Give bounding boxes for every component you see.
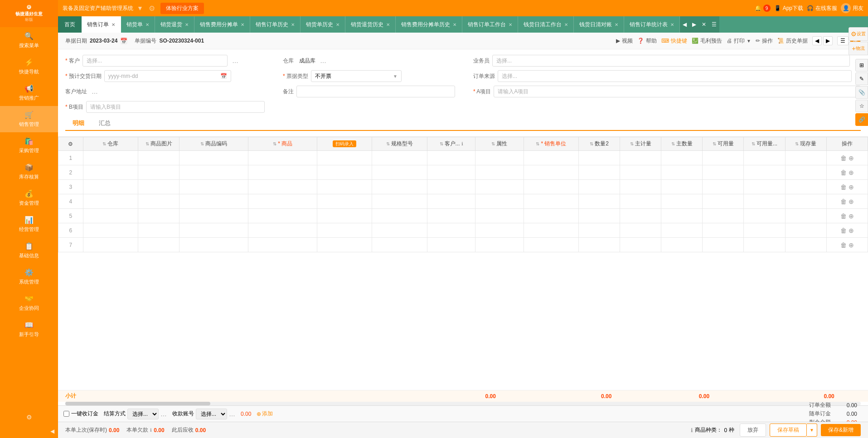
remark-input[interactable] (296, 86, 455, 97)
right-panel-star-icon[interactable]: ☆ (855, 100, 868, 112)
row-1-avail2[interactable] (744, 151, 785, 165)
row-1-unit[interactable] (524, 151, 578, 165)
row-6-delete-icon[interactable]: 🗑 (840, 227, 847, 234)
row-1-warehouse[interactable] (83, 151, 138, 165)
tab-order-workbench-close[interactable]: ✕ (509, 22, 512, 27)
tab-sales-invoice-close[interactable]: ✕ (145, 22, 149, 27)
col-header-avail2[interactable]: ⇅ 可用量... (744, 137, 785, 151)
tab-sales-invoice-history[interactable]: 销货单历史 ✕ (301, 16, 345, 33)
row-1-attr[interactable] (475, 151, 524, 165)
sidebar-item-guide[interactable]: 📖 新手引导 (0, 316, 58, 342)
tab-sales-order-history[interactable]: 销售订单历史 ✕ (250, 16, 301, 33)
history-doc-btn[interactable]: 📜 历史单据 (777, 37, 808, 45)
print-btn[interactable]: 🖨 打印 ▼ (727, 37, 751, 45)
col-header-avail[interactable]: ⇅ 可用量 (703, 137, 744, 151)
delivery-date-input[interactable]: yyyy-mm-dd 📅 (104, 70, 231, 82)
ticket-type-select[interactable]: 不开票 ▼ (311, 70, 402, 82)
row-2-delete-icon[interactable]: 🗑 (840, 169, 847, 176)
payment-more-icon[interactable]: … (160, 410, 167, 418)
row-4-delete-icon[interactable]: 🗑 (840, 198, 847, 205)
sidebar-collapse-btn[interactable]: ◀ (0, 424, 58, 438)
sidebar-item-purchase[interactable]: 🛍️ 采购管理 (0, 132, 58, 159)
row-1-qty2[interactable] (579, 151, 620, 165)
tab-next-btn[interactable]: ▶ (689, 16, 699, 33)
print-dropdown-icon[interactable]: ▼ (747, 39, 751, 43)
row-6-copy-icon[interactable]: ⊕ (849, 227, 854, 234)
row-1-main-unit[interactable] (620, 151, 661, 165)
sidebar-item-operations[interactable]: 📊 经营管理 (0, 211, 58, 237)
order-source-input[interactable] (498, 70, 852, 82)
row-1-customer[interactable] (427, 151, 475, 165)
col-header-customer[interactable]: ⇅ 客户... ℹ (427, 137, 475, 151)
salesperson-input[interactable] (492, 55, 850, 67)
right-panel-edit-icon[interactable]: ✎ (855, 72, 868, 85)
row-1-main-qty[interactable] (661, 151, 703, 165)
row-1-avail[interactable] (703, 151, 744, 165)
tab-order-workbench[interactable]: 销售订单工作台 ✕ (462, 16, 518, 33)
prev-record-btn[interactable]: ◀ (812, 36, 822, 45)
user-area[interactable]: 👤 用友 (841, 3, 863, 13)
right-panel-link-icon[interactable]: 🔗 (855, 113, 868, 126)
row-1-spec[interactable] (372, 151, 427, 165)
col-header-warehouse[interactable]: ⇅ 仓库 (83, 137, 138, 151)
row-3-copy-icon[interactable]: ⊕ (849, 183, 854, 191)
customer-more-icon[interactable]: … (232, 57, 238, 64)
tab-sales-order[interactable]: 销售订单 ✕ (82, 16, 121, 33)
add-btn[interactable]: ⊕ 添加 (257, 410, 273, 418)
col-header-attr[interactable]: ⇅ 属性 (475, 137, 524, 151)
online-support-area[interactable]: 🎧 在线客服 (807, 5, 837, 12)
col-header-qty2[interactable]: ⇅ 数量2 (579, 137, 620, 151)
tab-sales-invoice[interactable]: 销货单 ✕ (121, 16, 155, 33)
tab-menu-btn[interactable]: ☰ (709, 16, 719, 33)
account-select[interactable]: 选择... (196, 409, 227, 419)
profit-btn[interactable]: 💹 毛利预告 (692, 37, 722, 45)
col-header-main-qty[interactable]: ⇅ 主数量 (661, 137, 703, 151)
right-panel-grid-icon[interactable]: ⊞ (855, 59, 868, 72)
table-scroll-wrap[interactable]: ⚙ ⇅ 仓库 ⇅ 商品图片 ⇅ (58, 137, 868, 390)
row-2-copy-icon[interactable]: ⊕ (849, 169, 854, 176)
right-panel-attachment-icon[interactable]: 📎 (855, 86, 868, 99)
sidebar-item-sales[interactable]: 🛒 销售管理 (0, 106, 58, 132)
row-4-copy-icon[interactable]: ⊕ (849, 198, 854, 205)
industry-solution-btn[interactable]: 体验行业方案 (160, 3, 204, 14)
one-key-checkout-check[interactable] (63, 411, 69, 417)
tab-home[interactable]: 首页 (58, 16, 82, 33)
sidebar-item-inventory[interactable]: 📦 库存核算 (0, 159, 58, 185)
sidebar-item-enterprise[interactable]: 🤝 企业协同 (0, 290, 58, 316)
customer-input[interactable] (82, 55, 228, 67)
sidebar-item-finance[interactable]: 💰 资金管理 (0, 185, 58, 211)
info-icon-product[interactable]: ℹ (691, 427, 693, 433)
row-1-scan[interactable] (317, 151, 372, 165)
system-dropdown-icon[interactable]: ▼ (137, 5, 143, 12)
info-icon[interactable]: ℹ (461, 141, 463, 146)
sidebar-item-system[interactable]: ⚙️ 系统管理 (0, 264, 58, 290)
a-project-input[interactable] (494, 86, 861, 97)
col-header-product[interactable]: ⇅ * 商品 (248, 137, 317, 151)
video-help-btn[interactable]: ▶ 视频 (616, 37, 633, 45)
row-1-product[interactable] (248, 151, 317, 165)
tab-daily-reconcile[interactable]: 钱货日清对账 ✕ (574, 16, 624, 33)
tab-stats[interactable]: 销售订单统计表 ✕ (624, 16, 680, 33)
tab-expense-history-close[interactable]: ✕ (453, 22, 456, 27)
tab-close-all-btn[interactable]: ✕ (699, 16, 709, 33)
tab-sales-return[interactable]: 销货退货 ✕ (155, 16, 194, 33)
tab-sales-return-close[interactable]: ✕ (185, 22, 189, 27)
notification-area[interactable]: 🔔 9 (755, 5, 771, 12)
tab-daily-workbench-close[interactable]: ✕ (564, 22, 568, 27)
shortcut-btn[interactable]: ⌨ 快捷键 (661, 37, 687, 45)
col-header-gear[interactable]: ⚙ (58, 137, 83, 151)
b-project-input[interactable] (86, 101, 265, 113)
tab-sales-order-close[interactable]: ✕ (112, 22, 115, 27)
tab-sales-expense-close[interactable]: ✕ (241, 22, 244, 27)
warehouse-more-icon[interactable]: … (320, 57, 326, 64)
save-new-btn[interactable]: 保存&新增 (821, 424, 861, 436)
row-1-delete-icon[interactable]: 🗑 (840, 154, 847, 162)
row-1-stock[interactable] (785, 151, 826, 165)
col-header-img[interactable]: ⇅ 商品图片 (138, 137, 179, 151)
date-picker-icon[interactable]: 📅 (220, 73, 227, 79)
payment-method-select[interactable]: 选择... (127, 409, 159, 419)
tab-return-history[interactable]: 销货退货历史 ✕ (345, 16, 396, 33)
row-7-copy-icon[interactable]: ⊕ (849, 241, 854, 249)
one-key-checkout-checkbox[interactable]: 一键收订金 (63, 410, 98, 418)
row-1-img[interactable] (138, 151, 179, 165)
